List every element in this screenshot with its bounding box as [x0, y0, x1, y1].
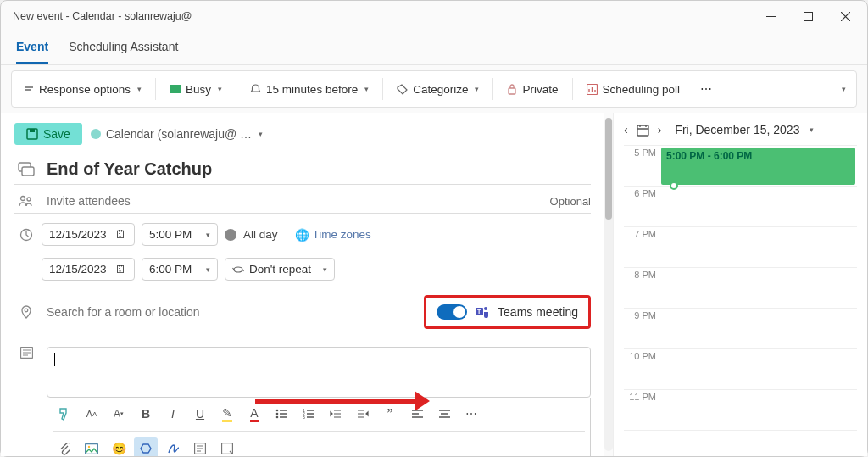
- maximize-button[interactable]: [789, 3, 826, 29]
- editor-more-button[interactable]: ⋯: [459, 403, 483, 425]
- time-label: 11 PM: [624, 390, 659, 430]
- label: Calendar (solanrewaju@ …: [106, 127, 252, 141]
- people-icon: [18, 195, 35, 207]
- prev-day-button[interactable]: ‹: [624, 123, 628, 137]
- tabs: Event Scheduling Assistant: [1, 31, 867, 65]
- categorize-button[interactable]: Categorize ▾: [390, 80, 486, 99]
- divider: [155, 78, 156, 100]
- svg-rect-2: [170, 85, 181, 93]
- timezones-button[interactable]: 🌐 Time zones: [295, 228, 371, 242]
- tab-scheduling[interactable]: Scheduling Assistant: [69, 35, 178, 64]
- optional-button[interactable]: Optional: [550, 195, 591, 208]
- divider: [492, 78, 493, 100]
- event-block[interactable]: 5:00 PM - 6:00 PM: [661, 148, 855, 185]
- label: Save: [43, 127, 70, 141]
- scheduling-poll-button[interactable]: Scheduling poll: [580, 80, 687, 99]
- font-button[interactable]: AA: [80, 403, 103, 425]
- teams-label: Teams meeting: [498, 305, 578, 319]
- location-input[interactable]: [47, 305, 267, 319]
- chevron-down-icon: ▾: [810, 125, 814, 134]
- svg-point-9: [21, 197, 25, 201]
- toolbar-more-button[interactable]: ⋯: [693, 79, 719, 99]
- attendees-input[interactable]: [47, 194, 538, 208]
- bullet-list-button[interactable]: [270, 403, 293, 425]
- end-date-field[interactable]: 12/15/2023🗓: [42, 258, 135, 281]
- svg-text:T: T: [477, 309, 481, 315]
- italic-button[interactable]: I: [161, 403, 185, 425]
- svg-point-17: [276, 410, 279, 412]
- date-label[interactable]: Fri, December 15, 2023: [675, 123, 799, 137]
- time-label: 8 PM: [624, 268, 659, 308]
- start-time-field[interactable]: 5:00 PM▾: [142, 223, 218, 246]
- font-color-button[interactable]: A: [242, 403, 266, 425]
- quote-button[interactable]: ”: [378, 403, 402, 425]
- insert-more-button[interactable]: [215, 437, 239, 456]
- time-label: 10 PM: [624, 349, 659, 389]
- today-button[interactable]: [637, 124, 649, 137]
- label: Scheduling poll: [603, 83, 681, 96]
- align-left-button[interactable]: [405, 403, 429, 425]
- repeat-field[interactable]: Don't repeat▾: [225, 258, 335, 281]
- svg-rect-8: [22, 167, 34, 176]
- underline-button[interactable]: U: [188, 403, 212, 425]
- svg-point-12: [25, 309, 28, 312]
- private-button[interactable]: Private: [500, 80, 565, 99]
- event-form: Save Calendar (solanrewaju@ … ▾ Optional: [1, 113, 604, 456]
- start-date-field[interactable]: 12/15/2023🗓: [42, 223, 135, 246]
- editor-options-button[interactable]: [188, 437, 212, 456]
- chevron-down-icon: ▾: [137, 85, 142, 93]
- svg-rect-27: [637, 125, 648, 136]
- app-window: New event - Calendar - solanrewaju@ Even…: [0, 0, 868, 457]
- minimize-button[interactable]: [752, 3, 789, 29]
- svg-point-15: [484, 307, 487, 310]
- bold-button[interactable]: B: [134, 403, 158, 425]
- highlight-button[interactable]: ✎: [215, 403, 239, 425]
- calendar-color-dot: [91, 129, 101, 139]
- scrollbar-thumb[interactable]: [605, 118, 612, 220]
- description-input[interactable]: [47, 347, 591, 398]
- svg-text:3: 3: [303, 415, 305, 419]
- outdent-button[interactable]: [324, 403, 348, 425]
- align-center-button[interactable]: [432, 403, 456, 425]
- allday-toggle[interactable]: [225, 229, 236, 241]
- top-row: Save Calendar (solanrewaju@ … ▾: [14, 121, 591, 153]
- teams-meeting-callout: T Teams meeting: [424, 295, 591, 329]
- chevron-down-icon: [24, 85, 34, 93]
- chevron-down-icon: ▾: [218, 85, 222, 93]
- insert-image-button[interactable]: [80, 437, 103, 456]
- next-day-button[interactable]: ›: [658, 123, 662, 137]
- indent-button[interactable]: [351, 403, 375, 425]
- label: Busy: [186, 83, 211, 96]
- font-size-button[interactable]: A▾: [107, 403, 131, 425]
- event-title-input[interactable]: [47, 159, 591, 179]
- label: 15 minutes before: [266, 83, 358, 96]
- loop-button[interactable]: [134, 437, 158, 456]
- calendar-picker[interactable]: Calendar (solanrewaju@ … ▾: [91, 127, 263, 141]
- time-label: 6 PM: [624, 187, 659, 226]
- format-painter-button[interactable]: [53, 403, 76, 425]
- signature-button[interactable]: [161, 437, 185, 456]
- day-preview-panel: ‹ › Fri, December 15, 2023 ▾ 5:00 PM - 6…: [613, 113, 867, 456]
- response-options-button[interactable]: Response options ▾: [17, 80, 148, 99]
- tab-event[interactable]: Event: [16, 35, 48, 64]
- number-list-button[interactable]: 123: [297, 403, 320, 425]
- form-scrollbar[interactable]: [604, 118, 613, 451]
- teams-toggle[interactable]: [437, 304, 467, 320]
- globe-icon: 🌐: [295, 228, 309, 242]
- reminder-button[interactable]: 15 minutes before ▾: [243, 80, 376, 99]
- svg-rect-6: [30, 129, 35, 132]
- end-time-field[interactable]: 6:00 PM▾: [142, 258, 218, 281]
- time-label: 7 PM: [624, 227, 659, 267]
- save-button[interactable]: Save: [14, 123, 82, 145]
- attach-button[interactable]: [53, 437, 76, 456]
- chevron-down-icon: ▾: [475, 85, 479, 93]
- emoji-button[interactable]: 😊: [107, 437, 131, 456]
- close-button[interactable]: [826, 3, 864, 29]
- event-resize-handle[interactable]: [670, 181, 678, 190]
- show-as-button[interactable]: Busy ▾: [163, 80, 229, 99]
- toolbar-expand[interactable]: ▾: [834, 85, 851, 93]
- divider: [382, 78, 383, 100]
- label: Private: [522, 83, 558, 96]
- time-grid[interactable]: 5:00 PM - 6:00 PM 5 PM 6 PM 7 PM 8 PM 9 …: [624, 145, 857, 449]
- divider: [572, 78, 573, 100]
